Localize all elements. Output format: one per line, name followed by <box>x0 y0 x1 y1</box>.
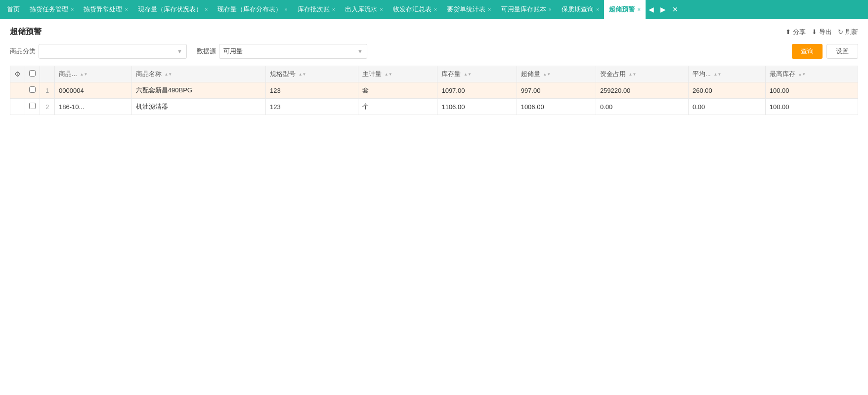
settings-button[interactable]: 设置 <box>826 44 858 59</box>
td-stock-qty-1: 1106.00 <box>437 99 517 115</box>
sort-icon-capital-usage[interactable]: ▲▼ <box>629 73 637 77</box>
nav-label-batch-account: 库存批次账 <box>298 5 330 14</box>
data-table: ⚙ 商品... ▲▼ 商品名称 ▲▼ 规格型号 ▲▼ <box>10 66 858 115</box>
nav-arrow-left[interactable]: ◀ <box>646 0 657 19</box>
nav-close-order-stats[interactable]: × <box>488 6 491 12</box>
datasource-chevron-icon: ▼ <box>357 48 363 54</box>
row-checkbox-0[interactable] <box>29 86 36 93</box>
nav-item-batch-account[interactable]: 库存批次账 × <box>293 0 340 19</box>
gear-icon[interactable]: ⚙ <box>14 70 21 78</box>
th-checkbox[interactable] <box>25 66 40 82</box>
sort-icon-spec[interactable]: ▲▼ <box>299 73 306 77</box>
nav-item-inout-flow[interactable]: 出入库流水 × <box>340 0 388 19</box>
sort-icon-overstock-qty[interactable]: ▲▼ <box>543 73 551 77</box>
nav-item-collect-summary[interactable]: 收发存汇总表 × <box>388 0 442 19</box>
nav-close-task-mgmt[interactable]: × <box>71 6 74 12</box>
th-capital-usage-label: 资金占用 <box>600 70 626 78</box>
nav-close-batch-account[interactable]: × <box>332 6 335 12</box>
nav-close-collect-summary[interactable]: × <box>434 6 437 12</box>
th-avg[interactable]: 平均... ▲▼ <box>689 66 766 82</box>
td-unit-0: 套 <box>358 82 437 99</box>
filter-row: 商品分类 ▼ 数据源 可用量 ▼ 查询 设置 <box>10 44 858 59</box>
row-checkbox-1[interactable] <box>29 103 36 109</box>
nav-item-order-stats[interactable]: 要货单统计表 × <box>442 0 496 19</box>
th-max-stock[interactable]: 最高库存 ▲▼ <box>765 66 858 82</box>
nav-close-overstock-warning[interactable]: × <box>637 6 640 12</box>
th-product-name-label: 商品名称 <box>136 70 162 78</box>
sort-icon-max-stock[interactable]: ▲▼ <box>798 73 806 77</box>
sort-icon-product-name[interactable]: ▲▼ <box>164 73 172 77</box>
th-stock-qty[interactable]: 库存量 ▲▼ <box>437 66 517 82</box>
nav-item-abnormal[interactable]: 拣货异常处理 × <box>79 0 132 19</box>
th-stock-qty-label: 库存量 <box>441 70 461 78</box>
nav-label-collect-summary: 收发存汇总表 <box>393 5 432 14</box>
page-title: 超储预警 <box>10 27 42 37</box>
td-checkbox-1[interactable] <box>25 99 40 115</box>
td-checkbox-0[interactable] <box>25 82 40 99</box>
nav-item-stock-status[interactable]: 现存量（库存状况表） × <box>133 0 213 19</box>
td-product-code-1: 186-10... <box>55 99 132 115</box>
table-row: 1 0000004 六配套新昌490BPG 123 套 1097.00 997.… <box>10 82 858 99</box>
nav-item-stock-dist[interactable]: 现存量（库存分布表） × <box>213 0 292 19</box>
th-overstock-qty[interactable]: 超储量 ▲▼ <box>517 66 596 82</box>
table-row: 2 186-10... 机油滤清器 123 个 1106.00 1006.00 … <box>10 99 858 115</box>
query-button[interactable]: 查询 <box>792 44 823 59</box>
nav-item-quality-check[interactable]: 保质期查询 × <box>557 0 604 19</box>
nav-close-inout-flow[interactable]: × <box>380 6 383 12</box>
sort-icon-avg[interactable]: ▲▼ <box>713 73 721 77</box>
select-all-checkbox[interactable] <box>29 70 36 77</box>
nav-label-inout-flow: 出入库流水 <box>345 5 377 14</box>
td-unit-1: 个 <box>358 99 437 115</box>
td-spec-0: 123 <box>266 82 358 99</box>
datasource-filter-label: 数据源 <box>197 47 216 56</box>
td-avg-0: 260.00 <box>689 82 766 99</box>
td-gear-1 <box>10 99 25 115</box>
refresh-label: 刷新 <box>845 28 858 37</box>
refresh-button[interactable]: ↻ 刷新 <box>838 28 858 37</box>
datasource-select[interactable]: 可用量 ▼ <box>219 44 367 59</box>
td-product-name-1: 机油滤清器 <box>131 99 265 115</box>
td-gear-0 <box>10 82 25 99</box>
share-button[interactable]: ⬆ 分享 <box>785 28 806 37</box>
th-avg-label: 平均... <box>693 70 711 78</box>
category-select[interactable]: ▼ <box>39 44 187 59</box>
td-row-num-0: 1 <box>40 82 55 99</box>
nav-close-stock-dist[interactable]: × <box>284 6 287 12</box>
nav-close-available-account[interactable]: × <box>549 6 552 12</box>
th-product-name[interactable]: 商品名称 ▲▼ <box>131 66 265 82</box>
td-spec-1: 123 <box>266 99 358 115</box>
sort-icon-stock-qty[interactable]: ▲▼ <box>464 73 472 77</box>
export-button[interactable]: ⬇ 导出 <box>812 28 832 37</box>
sort-icon-product-code[interactable]: ▲▼ <box>80 73 87 77</box>
nav-label-available-account: 可用量库存账本 <box>501 5 546 14</box>
export-label: 导出 <box>819 28 832 37</box>
th-unit-label: 主计量 <box>362 70 382 78</box>
datasource-select-value: 可用量 <box>223 47 243 56</box>
td-max-stock-0: 100.00 <box>765 82 858 99</box>
td-capital-usage-0: 259220.00 <box>596 82 688 99</box>
nav-arrow-close[interactable]: ✕ <box>669 0 681 19</box>
sort-icon-unit[interactable]: ▲▼ <box>385 73 392 77</box>
nav-item-overstock-warning[interactable]: 超储预警 × <box>604 0 645 19</box>
nav-item-available-account[interactable]: 可用量库存账本 × <box>496 0 557 19</box>
nav-label-stock-dist: 现存量（库存分布表） <box>217 5 282 14</box>
th-capital-usage[interactable]: 资金占用 ▲▼ <box>596 66 688 82</box>
th-product-code[interactable]: 商品... ▲▼ <box>55 66 132 82</box>
th-row-num <box>40 66 55 82</box>
nav-arrow-right[interactable]: ▶ <box>657 0 669 19</box>
td-stock-qty-0: 1097.00 <box>437 82 517 99</box>
nav-close-abnormal[interactable]: × <box>125 6 128 12</box>
nav-close-quality-check[interactable]: × <box>596 6 599 12</box>
td-overstock-qty-0: 997.00 <box>517 82 596 99</box>
th-product-code-label: 商品... <box>59 70 77 78</box>
th-gear[interactable]: ⚙ <box>10 66 25 82</box>
th-unit[interactable]: 主计量 ▲▼ <box>358 66 437 82</box>
th-spec[interactable]: 规格型号 ▲▼ <box>266 66 358 82</box>
nav-item-home[interactable]: 首页 <box>2 0 25 19</box>
nav-close-stock-status[interactable]: × <box>205 6 208 12</box>
header-actions: ⬆ 分享 ⬇ 导出 ↻ 刷新 <box>785 28 858 37</box>
nav-item-task-mgmt[interactable]: 拣货任务管理 × <box>25 0 79 19</box>
category-filter-group: 商品分类 ▼ <box>10 44 187 59</box>
th-spec-label: 规格型号 <box>270 70 296 78</box>
td-product-name-0: 六配套新昌490BPG <box>131 82 265 99</box>
